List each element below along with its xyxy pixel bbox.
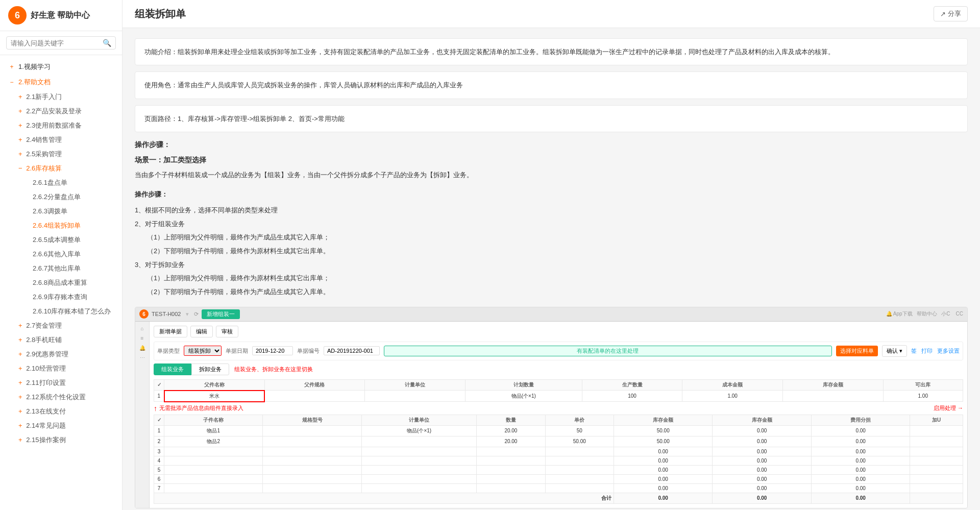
sidebar-item-sub21[interactable]: + 2.1新手入门 (18, 90, 122, 104)
mock-confirm-btn[interactable]: 确认 ▾ (882, 345, 907, 357)
th-c-spec: 规格型号 (263, 415, 361, 425)
sidebar-item-261[interactable]: 2.6.1盘点单 (33, 176, 122, 190)
sidebar-item-262[interactable]: 2.6.2分量盘点单 (33, 190, 122, 204)
td-c3-check: 3 (154, 447, 164, 456)
th-cost-amt: 成本金额 (682, 379, 783, 391)
mock-child-row-6: 6 0.000.000.00 (154, 474, 963, 483)
sidebar-item-267[interactable]: 2.6.7其他出库单 (33, 261, 122, 276)
sidebar-item-sub28[interactable]: + 2.8手机旺铺 (18, 333, 122, 347)
sidebar: 6 好生意 帮助中心 🔍 + 1.视频学习 − 2.帮助文档 + 2.1新手入门… (0, 0, 122, 510)
mock-type-area: 组装业务 拆卸业务 组装业务、拆卸业务在这里切换 (154, 363, 963, 375)
th-c-stock2: 库存金额 (713, 415, 811, 425)
td-c3-fee: 0.00 (811, 447, 910, 456)
mock-fill-annotation-text: 无需批添产品信息由组件直接录入 (159, 404, 243, 412)
td-c2-name: 物品2 (164, 436, 263, 447)
td-parent-unit-1 (365, 391, 465, 402)
main-body: 功能介绍：组装拆卸单用来处理企业组装或拆卸等加工业务，支持有固定装配清单的产品加… (122, 28, 980, 510)
mock-left-icons: ⌂ ≡ 🔔 ⋯ (135, 322, 150, 508)
td-c2-s2: 0.00 (713, 436, 811, 447)
th-unit: 计量单位 (365, 379, 465, 391)
share-button[interactable]: ↗ 分享 (934, 6, 968, 21)
intro-block-1: 功能介绍：组装拆卸单用来处理企业组装或拆卸等加工业务，支持有固定装配清单的产品加… (135, 38, 968, 65)
sidebar-sub-cat2: + 2.1新手入门 + 2.2产品安装及登录 + 2.3使用前数据准备 + 2.… (0, 90, 122, 447)
sidebar-item-269[interactable]: 2.6.9库存账本查询 (33, 290, 122, 304)
mock-child-row-7: 7 0.000.000.00 (154, 483, 963, 493)
mock-child-table: ✓ 子件名称 规格型号 计量单位 数量 单价 库存金额 库存金额 费用分担 加U (154, 415, 963, 504)
sidebar-item-264[interactable]: 2.6.4组装拆卸单 (33, 218, 122, 233)
mock-tab-disassemble[interactable]: 拆卸业务 (191, 363, 229, 375)
mock-field-no-input[interactable] (324, 346, 380, 355)
mock-btn-review[interactable]: 审核 (216, 326, 238, 337)
th-c-qty: 数量 (477, 415, 545, 425)
sidebar-item-sub212[interactable]: + 2.12系统个性化设置 (18, 390, 122, 404)
td-c3-s1: 0.00 (614, 447, 712, 456)
app-title: 好生意 帮助中心 (31, 10, 90, 21)
td-c1-s2: 0.00 (713, 425, 811, 436)
sidebar-item-cat1[interactable]: + 1.视频学习 (0, 59, 122, 75)
sidebar-cat2-label: 2.帮助文档 (18, 78, 51, 87)
sidebar-item-sub213[interactable]: + 2.13在线支付 (18, 404, 122, 419)
mock-child-row-5: 5 0.000.000.00 (154, 465, 963, 474)
sidebar-item-263[interactable]: 2.6.3调拨单 (33, 204, 122, 218)
mock-icon-home: ⌂ (140, 326, 143, 331)
sidebar-item-sub210[interactable]: + 2.10经营管理 (18, 361, 122, 376)
th-c-price: 单价 (545, 415, 614, 425)
mock-tab-assemble[interactable]: 组装业务 (154, 363, 191, 375)
td-plan-qty-1: 物品(个×1) (465, 391, 582, 402)
sidebar-item-sub24[interactable]: + 2.4销售管理 (18, 133, 122, 147)
sidebar-item-sub211[interactable]: + 2.11打印设置 (18, 376, 122, 390)
search-input[interactable] (11, 39, 103, 47)
intro-text-2: 使用角色：通常由生产人员或库管人员完成拆装业务的操作，库管人员确认原材料的出库和… (144, 79, 958, 91)
td-c6-check: 6 (154, 474, 164, 483)
sidebar-item-sub214[interactable]: + 2.14常见问题 (18, 419, 122, 433)
sidebar-item-266[interactable]: 2.6.6其他入库单 (33, 247, 122, 261)
sidebar-cat1-label: 1.视频学习 (18, 62, 51, 71)
mock-child-row-4: 4 0.000.000.00 (154, 456, 963, 465)
mock-fill-annotation-arrow: ↑ (154, 404, 157, 412)
mock-action-links: 签 打印 更多设置 (911, 347, 960, 355)
mock-field-date-input[interactable] (252, 346, 293, 355)
sidebar-item-2610[interactable]: 2.6.10库存账本错了怎么办 (33, 304, 122, 319)
step-item-5: （1）上部明细为父件明细，最终作为原材料生成其它出库单； (135, 272, 968, 285)
mock-icon-list: ≡ (141, 335, 144, 341)
share-label: 分享 (948, 9, 961, 18)
sidebar-item-268[interactable]: 2.6.8商品成本重算 (33, 276, 122, 290)
mock-notice-box: 有装配清单的在这里处理 (384, 346, 832, 356)
td-c1-s1: 50.00 (614, 425, 712, 436)
td-avail-1: 1.00 (883, 391, 963, 402)
sidebar-item-sub215[interactable]: + 2.15操作案例 (18, 433, 122, 447)
search-icon[interactable]: 🔍 (103, 39, 111, 47)
intro-text-3: 页面路径：1、库存核算->库存管理->组装拆卸单 2、首页->常用功能 (144, 113, 958, 125)
sidebar-item-sub27[interactable]: + 2.7资金管理 (18, 319, 122, 333)
sidebar-sub26-items: 2.6.1盘点单 2.6.2分量盘点单 2.6.3调拨单 2.6.4组装拆卸单 … (18, 176, 122, 319)
sidebar-item-cat2[interactable]: − 2.帮助文档 (0, 75, 122, 90)
td-stock-1 (782, 391, 883, 402)
mock-active-tab[interactable]: 新增组装一 (202, 309, 240, 319)
step-item-0: 1、根据不同的业务，选择不同单据的类型来处理 (135, 204, 968, 217)
mock-select-bill-btn[interactable]: 选择对应料单 (836, 346, 878, 356)
step-item-1: 2、对于组装业务 (135, 218, 968, 231)
td-c2-add (910, 436, 963, 447)
sidebar-item-sub23[interactable]: + 2.3使用前数据准备 (18, 118, 122, 133)
sidebar-item-sub25[interactable]: + 2.5采购管理 (18, 147, 122, 161)
sidebar-item-sub26[interactable]: − 2.6库存核算 (18, 161, 122, 176)
sidebar-item-sub29[interactable]: + 2.9优惠券管理 (18, 347, 122, 361)
plus-icon-sub22: + (18, 107, 22, 115)
th-parent-spec: 父件规格 (264, 379, 365, 391)
sidebar-item-265[interactable]: 2.6.5成本调整单 (33, 233, 122, 247)
mock-child-row-3: 3 0.00 0.00 0.00 (154, 447, 963, 456)
scene1-ops-title: 操作步骤： (135, 190, 968, 199)
mock-btn-edit[interactable]: 编辑 (190, 326, 213, 337)
step-item-3: （2）下部明细为子件明细，最终作为原材料生成其它出库单。 (135, 245, 968, 258)
td-c1-unit: 物品(个×1) (361, 425, 476, 436)
mock-field-date-label: 单据日期 (226, 347, 248, 355)
td-c1-check: 1 (154, 425, 164, 436)
td-parent-spec-1 (264, 391, 365, 402)
td-c3-add (910, 447, 963, 456)
step-item-6: （2）下部明细为子件明细，最终作为产成品生成其它入库单。 (135, 286, 968, 299)
mock-btn-new[interactable]: 新增单据 (154, 326, 187, 337)
td-footer-add (910, 493, 963, 503)
sidebar-item-sub22[interactable]: + 2.2产品安装及登录 (18, 104, 122, 118)
td-c2-qty: 20.00 (477, 436, 545, 447)
mock-field-type-input[interactable]: 组装拆卸 (184, 346, 222, 356)
